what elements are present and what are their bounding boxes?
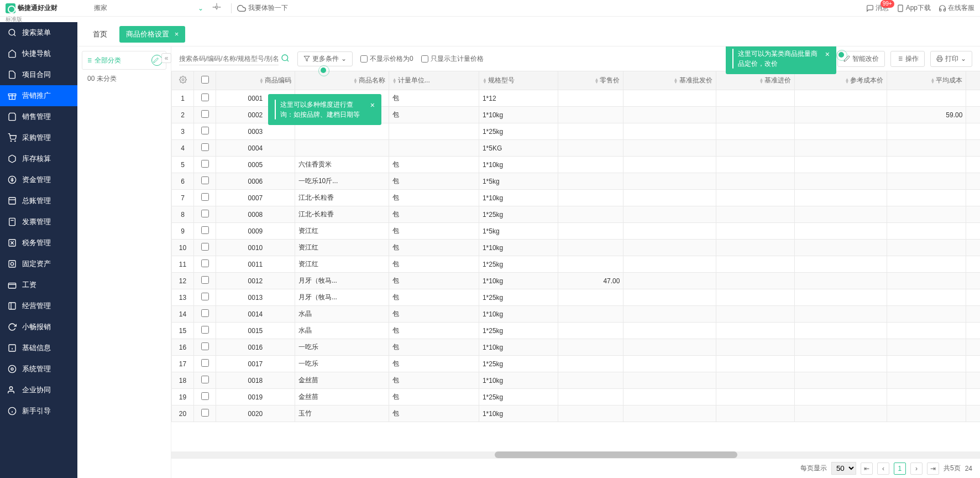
close-icon[interactable]: × — [825, 49, 830, 60]
col-avg[interactable]: ▲▼平均成本 — [887, 71, 966, 90]
gear-icon[interactable] — [212, 3, 221, 13]
row-checkbox[interactable] — [201, 342, 209, 350]
row-checkbox[interactable] — [201, 93, 209, 101]
print-button[interactable]: 打印 ⌄ — [930, 51, 972, 67]
row-checkbox[interactable] — [201, 409, 209, 417]
per-page-select[interactable]: 50 — [831, 462, 856, 475]
col-code[interactable]: ▲▼商品编码 — [216, 71, 295, 90]
sidebar-item-18[interactable]: 新手引导 — [0, 401, 77, 422]
table-row[interactable]: 110011资江红包1*25kg126.50 — [172, 256, 981, 273]
cell-check[interactable] — [194, 123, 216, 140]
cell-check[interactable] — [194, 173, 216, 190]
col-gear[interactable] — [172, 71, 194, 90]
cell-check[interactable] — [194, 90, 216, 107]
operate-button[interactable]: 操作 — [890, 51, 925, 67]
sidebar-item-13[interactable]: 经营管理 — [0, 295, 77, 316]
chevron-down-icon[interactable]: ⌄ — [198, 4, 203, 12]
table-row[interactable]: 100010资江红包1*10kg51.00 — [172, 240, 981, 256]
row-checkbox[interactable] — [201, 193, 209, 201]
sidebar-item-0[interactable]: 搜索菜单 — [0, 22, 77, 43]
table-row[interactable]: 300031*25kg126.00 — [172, 123, 981, 140]
horizontal-scrollbar[interactable] — [171, 451, 980, 458]
sidebar-item-12[interactable]: 工资 — [0, 274, 77, 295]
table-wrapper[interactable]: ▲▼商品编码 ▲▼商品名称 ▲▼计量单位... ▲▼规格型号 ▲▼零售价 ▲▼基… — [171, 71, 980, 451]
cell-check[interactable] — [194, 157, 216, 173]
col-check[interactable] — [194, 71, 216, 90]
online-service-button[interactable]: 在线客服 — [939, 3, 974, 13]
sidebar-item-1[interactable]: 快捷导航 — [0, 43, 77, 64]
table-row[interactable]: 150015水晶包1*25kg113.00 — [172, 323, 981, 339]
only-main-unit-checkbox[interactable] — [421, 55, 428, 63]
col-name[interactable]: ▲▼商品名称 — [295, 71, 389, 90]
close-icon[interactable]: × — [175, 30, 179, 38]
sidebar-item-15[interactable]: 基础信息 — [0, 337, 77, 358]
table-row[interactable]: 90009资江红包1*5kg32.00 — [172, 223, 981, 240]
row-checkbox[interactable] — [201, 309, 209, 317]
sidebar-item-7[interactable]: 资金管理 — [0, 169, 77, 190]
page-last[interactable]: ⇥ — [927, 463, 939, 475]
page-current[interactable]: 1 — [894, 463, 906, 475]
search-input[interactable] — [179, 53, 279, 65]
tab-home[interactable]: 首页 — [86, 26, 114, 43]
table-row[interactable]: 120012月牙（牧马...包1*10kg47.0043.00 — [172, 273, 981, 289]
top-search-input[interactable] — [94, 4, 193, 12]
page-prev[interactable]: ‹ — [877, 463, 889, 475]
only-main-unit-check[interactable]: 只显示主计量价格 — [421, 54, 484, 64]
tab-price-settings[interactable]: 商品价格设置 × — [119, 26, 185, 43]
cell-check[interactable] — [194, 389, 216, 406]
sidebar-item-4[interactable]: 销售管理 — [0, 106, 77, 127]
sidebar-item-16[interactable]: 系统管理 — [0, 358, 77, 380]
row-checkbox[interactable] — [201, 276, 209, 284]
sidebar-item-8[interactable]: 总账管理 — [0, 190, 77, 211]
cell-check[interactable] — [194, 339, 216, 356]
page-next[interactable]: › — [910, 463, 923, 475]
cell-check[interactable] — [194, 223, 216, 240]
col-spec[interactable]: ▲▼规格型号 — [479, 71, 558, 90]
row-checkbox[interactable] — [201, 143, 209, 151]
cell-check[interactable] — [194, 406, 216, 422]
row-checkbox[interactable] — [201, 226, 209, 234]
experience-button[interactable]: 我要体验一下 — [237, 3, 288, 13]
row-checkbox[interactable] — [201, 160, 209, 168]
sidebar-item-14[interactable]: 小畅报销 — [0, 316, 77, 337]
sidebar-item-2[interactable]: 项目合同 — [0, 64, 77, 85]
cell-check[interactable] — [194, 256, 216, 273]
cell-check[interactable] — [194, 190, 216, 206]
table-row[interactable]: 190019金丝苗包1*25kg106.00 — [172, 389, 981, 406]
table-row[interactable]: 130013月牙（牧马...包1*25kg107.00 — [172, 289, 981, 306]
cell-check[interactable] — [194, 107, 216, 123]
table-row[interactable]: 60006一吃乐10斤...包1*5kg109.00 — [172, 173, 981, 190]
sidebar-item-9[interactable]: 发票管理 — [0, 211, 77, 232]
row-checkbox[interactable] — [201, 259, 209, 267]
hide-zero-checkbox[interactable] — [360, 55, 368, 63]
edit-icon[interactable] — [151, 55, 163, 66]
col-retail[interactable]: ▲▼零售价 — [558, 71, 623, 90]
row-checkbox[interactable] — [201, 359, 209, 367]
row-checkbox[interactable] — [201, 243, 209, 251]
row-checkbox[interactable] — [201, 127, 209, 134]
more-filter-button[interactable]: 更多条件 ⌄ — [297, 51, 353, 66]
table-row[interactable]: 50005六佳香贡米包1*10kg41.20 — [172, 157, 981, 173]
table-row[interactable]: 200020玉竹包1*10kg43.00 — [172, 406, 981, 422]
row-checkbox[interactable] — [201, 110, 209, 118]
row-checkbox[interactable] — [201, 176, 209, 184]
row-checkbox[interactable] — [201, 293, 209, 300]
col-latest[interactable]: ▲▼最新进价 — [966, 71, 980, 90]
category-all[interactable]: 全部分类 — [82, 51, 166, 70]
cell-check[interactable] — [194, 289, 216, 306]
table-row[interactable]: 170017一吃乐包1*25kg105.00 — [172, 356, 981, 372]
check-all[interactable] — [201, 76, 209, 84]
cell-check[interactable] — [194, 323, 216, 339]
cell-check[interactable] — [194, 306, 216, 323]
search-icon[interactable] — [281, 54, 290, 64]
cell-check[interactable] — [194, 240, 216, 256]
col-whole[interactable]: ▲▼基准批发价 — [623, 71, 716, 90]
hide-zero-check[interactable]: 不显示价格为0 — [360, 54, 413, 64]
cell-check[interactable] — [194, 140, 216, 157]
collapse-icon[interactable]: « — [161, 53, 171, 63]
table-row[interactable]: 80008江北-长粒香包1*25kg112.00 — [172, 206, 981, 223]
sidebar-item-3[interactable]: 营销推广 — [0, 85, 77, 106]
sidebar-item-5[interactable]: 采购管理 — [0, 127, 77, 148]
category-item[interactable]: 00 未分类 — [82, 70, 166, 88]
close-icon[interactable]: × — [370, 100, 375, 111]
